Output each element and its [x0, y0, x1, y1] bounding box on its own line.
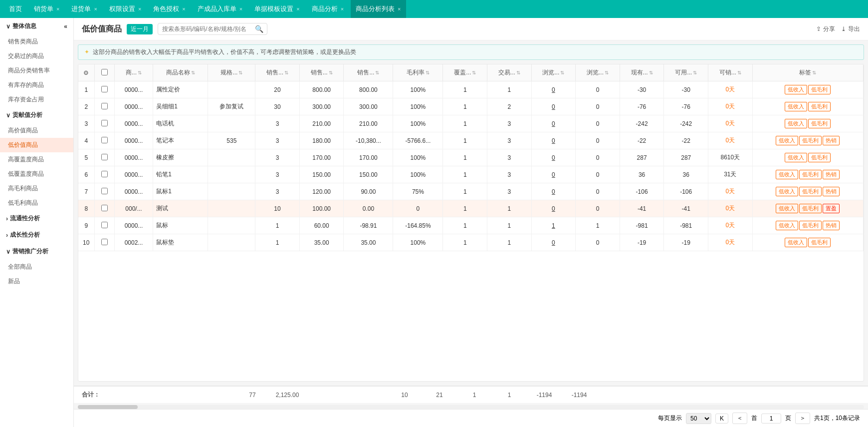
- horizontal-scrollbar[interactable]: [78, 405, 864, 409]
- nav-permission-close[interactable]: ×: [138, 6, 141, 12]
- time-badge[interactable]: 近一月: [127, 24, 153, 34]
- col-usable[interactable]: 可用...⇅: [664, 64, 708, 81]
- sidebar-item-category-sales[interactable]: 商品分类销售率: [0, 63, 73, 78]
- select-all-checkbox[interactable]: [101, 69, 108, 75]
- view1-link[interactable]: 0: [552, 205, 555, 212]
- cell-checkbox[interactable]: [94, 200, 114, 217]
- view1-link[interactable]: 0: [552, 103, 555, 110]
- nav-goods-analysis-close[interactable]: ×: [341, 6, 344, 12]
- col-gross[interactable]: 毛利率⇅: [393, 64, 443, 81]
- search-icon[interactable]: 🔍: [255, 25, 263, 33]
- scrollbar-thumb[interactable]: [78, 405, 138, 409]
- view1-link[interactable]: 0: [552, 188, 555, 195]
- view1-link[interactable]: 1: [552, 222, 555, 229]
- cell-checkbox[interactable]: [94, 234, 114, 251]
- sidebar-item-low-margin[interactable]: 低毛利商品: [0, 196, 73, 210]
- sidebar-item-high-coverage[interactable]: 高覆盖度商品: [0, 152, 73, 167]
- sidebar-item-traded-goods[interactable]: 交易过的商品: [0, 49, 73, 63]
- nav-role[interactable]: 角色授权 ×: [148, 0, 190, 18]
- nav-goods-list[interactable]: 商品分析列表 ×: [351, 0, 406, 18]
- sidebar-item-high-margin[interactable]: 高毛利商品: [0, 181, 73, 196]
- sidebar-item-stock-fund[interactable]: 库存资金占用: [0, 92, 73, 107]
- row-checkbox[interactable]: [101, 154, 108, 160]
- nav-product-in[interactable]: 产成品入库单 ×: [193, 0, 247, 18]
- col-cover[interactable]: 覆盖...⇅: [443, 64, 487, 81]
- cell-view1[interactable]: 1: [531, 217, 576, 234]
- cell-checkbox[interactable]: [94, 115, 114, 132]
- nav-template-close[interactable]: ×: [296, 6, 299, 12]
- nav-purchase[interactable]: 进货单 ×: [66, 0, 102, 18]
- row-checkbox[interactable]: [101, 120, 108, 126]
- share-button[interactable]: ⇪ 分享: [816, 25, 835, 33]
- nav-goods-analysis[interactable]: 商品分析 ×: [307, 0, 349, 18]
- cell-view1[interactable]: 0: [531, 132, 576, 149]
- cell-checkbox[interactable]: [94, 149, 114, 166]
- sidebar-item-high-value[interactable]: 高价值商品: [0, 123, 73, 138]
- sidebar-item-low-coverage[interactable]: 低覆盖度商品: [0, 167, 73, 181]
- row-checkbox[interactable]: [101, 188, 108, 194]
- section-contribute[interactable]: ∨ 贡献值分析: [0, 107, 73, 123]
- next-page-btn[interactable]: ＞: [795, 413, 810, 424]
- cell-view1[interactable]: 0: [531, 98, 576, 115]
- nav-template[interactable]: 单据模板设置 ×: [249, 0, 304, 18]
- sidebar-item-new-goods[interactable]: 新品: [0, 274, 73, 289]
- prev-page-btn[interactable]: ＜: [732, 413, 747, 424]
- section-growth[interactable]: › 成长性分析: [0, 227, 73, 243]
- row-checkbox[interactable]: [101, 239, 108, 245]
- sidebar-item-all-goods[interactable]: 全部商品: [0, 260, 73, 274]
- section-overall[interactable]: ∨ 整体信息 «: [0, 18, 73, 34]
- row-checkbox[interactable]: [101, 103, 108, 109]
- col-sales2[interactable]: 销售...⇅: [299, 64, 344, 81]
- sidebar-item-low-value[interactable]: 低价值商品: [0, 138, 73, 152]
- sidebar-item-sales-goods[interactable]: 销售类商品: [0, 34, 73, 49]
- view1-link[interactable]: 0: [552, 120, 555, 127]
- nav-goods-list-close[interactable]: ×: [398, 6, 401, 12]
- col-view2[interactable]: 浏览...⇅: [576, 64, 620, 81]
- sidebar-item-stock-goods[interactable]: 有库存的商品: [0, 78, 73, 92]
- col-gear[interactable]: ⚙: [78, 64, 94, 81]
- view1-link[interactable]: 0: [552, 86, 555, 93]
- section-liquidity[interactable]: › 流通性分析: [0, 210, 73, 227]
- view1-link[interactable]: 0: [552, 137, 555, 144]
- cell-checkbox[interactable]: [94, 217, 114, 234]
- cell-checkbox[interactable]: [94, 98, 114, 115]
- cell-view1[interactable]: 0: [531, 200, 576, 217]
- collapse-overall-icon[interactable]: «: [64, 23, 67, 30]
- col-saleable[interactable]: 可销...⇅: [708, 64, 753, 81]
- cell-view1[interactable]: 0: [531, 81, 576, 98]
- view1-link[interactable]: 0: [552, 239, 555, 246]
- row-checkbox[interactable]: [101, 205, 108, 211]
- col-code[interactable]: 商...⇅: [114, 64, 153, 81]
- row-checkbox[interactable]: [101, 222, 108, 228]
- nav-product-in-close[interactable]: ×: [239, 6, 242, 12]
- col-tags[interactable]: 标签⇅: [752, 64, 863, 81]
- col-sales3[interactable]: 销售...⇅: [344, 64, 393, 81]
- col-checkbox[interactable]: [94, 64, 114, 81]
- row-checkbox[interactable]: [101, 171, 108, 177]
- export-button[interactable]: ⤓ 导出: [841, 25, 860, 33]
- nav-sales-close[interactable]: ×: [56, 6, 59, 12]
- nav-role-close[interactable]: ×: [182, 6, 185, 12]
- view1-link[interactable]: 0: [552, 154, 555, 161]
- first-page-btn[interactable]: K: [715, 414, 728, 424]
- page-size-select[interactable]: 50 100 200: [686, 413, 711, 424]
- cell-checkbox[interactable]: [94, 132, 114, 149]
- col-sales1[interactable]: 销售...⇅: [255, 64, 300, 81]
- col-trade[interactable]: 交易...⇅: [487, 64, 532, 81]
- row-checkbox[interactable]: [101, 86, 108, 92]
- cell-view1[interactable]: 0: [531, 183, 576, 200]
- section-marketing[interactable]: ∨ 营销推广分析: [0, 243, 73, 260]
- page-number-input[interactable]: [761, 414, 781, 424]
- col-spec[interactable]: 规格...⇅: [208, 64, 255, 81]
- col-view1[interactable]: 浏览...⇅: [531, 64, 576, 81]
- row-checkbox[interactable]: [101, 137, 108, 143]
- cell-checkbox[interactable]: [94, 183, 114, 200]
- search-input[interactable]: [158, 23, 267, 35]
- cell-checkbox[interactable]: [94, 81, 114, 98]
- nav-home[interactable]: 首页: [4, 0, 27, 18]
- col-current[interactable]: 现有...⇅: [620, 64, 664, 81]
- cell-view1[interactable]: 0: [531, 149, 576, 166]
- nav-purchase-close[interactable]: ×: [94, 6, 97, 12]
- nav-permission[interactable]: 权限设置 ×: [104, 0, 146, 18]
- nav-sales[interactable]: 销货单 ×: [29, 0, 64, 18]
